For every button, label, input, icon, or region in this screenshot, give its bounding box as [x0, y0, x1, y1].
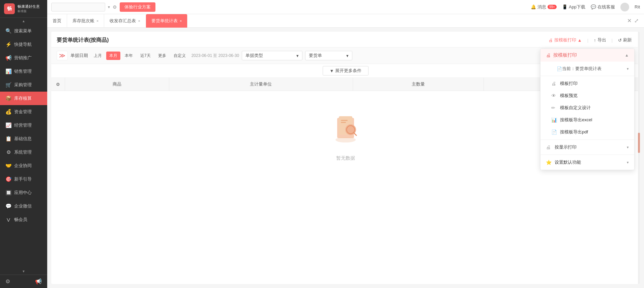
- dropdown-section-current: 📄 当前：要货单统计表 ▾: [540, 62, 634, 76]
- guide-icon: 🎯: [5, 176, 11, 182]
- marketing-icon: 📢: [5, 55, 11, 61]
- date-filter-label: 单据日期: [70, 53, 88, 59]
- sidebar-logo: 畅 畅康通好生意 标准版: [0, 0, 47, 18]
- sidebar-item-label-guide: 新手引导: [14, 176, 32, 182]
- th-quantity: 主数量: [353, 78, 484, 91]
- export-pdf-label: 按模板导出pdf: [560, 129, 588, 135]
- refresh-button[interactable]: ↺ 刷新: [615, 36, 635, 44]
- tab-order-stats[interactable]: 要货单统计表 ×: [146, 14, 187, 28]
- tab-expand-icon[interactable]: ⤢: [634, 18, 639, 24]
- export-excel-icon: 📊: [551, 117, 557, 123]
- app-download-label: App下载: [569, 4, 585, 10]
- dropdown-item-default-func[interactable]: ⭐ 设置默认功能 ▾: [540, 156, 634, 168]
- sidebar-item-enterprise[interactable]: 🤝 企业协同: [0, 159, 47, 172]
- sidebar-item-sales[interactable]: 📊 销售管理: [0, 65, 47, 78]
- system-icon: ⚙: [5, 149, 11, 155]
- default-func-arrow: ▾: [627, 160, 629, 165]
- sidebar-item-basicinfo[interactable]: 📋 基础信息: [0, 132, 47, 146]
- messages-item[interactable]: 🔔 消息 99+: [531, 4, 557, 10]
- dropdown-current-template[interactable]: 📄 当前：要货单统计表 ▾: [540, 63, 634, 74]
- topbar-search-input[interactable]: [51, 3, 105, 11]
- right-scrollbar[interactable]: [638, 32, 640, 284]
- sidebar-scroll-down[interactable]: ▼: [0, 268, 47, 275]
- dropdown-item-display-print[interactable]: 🖨 按显示打印 ▾: [540, 141, 634, 153]
- refresh-label: 刷新: [623, 37, 632, 43]
- sidebar-item-operations[interactable]: 📈 经营管理: [0, 119, 47, 132]
- tab-inventory-batch-close[interactable]: ×: [96, 19, 98, 23]
- corpwechat-icon: 💬: [5, 203, 11, 209]
- appcenter-icon: 🔲: [5, 190, 11, 196]
- sidebar-item-quicknav[interactable]: ⚡ 快捷导航: [0, 38, 47, 51]
- date-buttons: 上月 本月 本年 近7天 更多 自定义: [91, 52, 189, 60]
- app-badge: 标准版: [18, 9, 40, 13]
- dropdown-item-template-print[interactable]: 🖨 模板打印: [540, 77, 634, 90]
- filter-expand-toggle[interactable]: ≫: [57, 51, 68, 60]
- date-btn-more[interactable]: 更多: [155, 52, 169, 60]
- app-download-item[interactable]: 📱 App下载: [562, 4, 585, 10]
- sidebar: 畅 畅康通好生意 标准版 ▲ 🔍 搜索菜单 ⚡ 快捷导航 📢 营销推广 📊 销售…: [0, 0, 47, 288]
- date-btn-last-month[interactable]: 上月: [91, 52, 105, 60]
- sidebar-item-label-corpwechat: 企业微信: [14, 203, 32, 209]
- tab-receipt-summary[interactable]: 收发存汇总表 ×: [104, 14, 146, 28]
- date-range-text: 2023-06-01 至 2023-06-30: [192, 53, 239, 59]
- online-service-icon: 💬: [591, 4, 596, 9]
- dropdown-section-display: 🖨 按显示打印 ▾: [540, 140, 634, 155]
- trial-industry-button[interactable]: 体验行业方案: [120, 2, 155, 12]
- date-btn-this-year[interactable]: 本年: [122, 52, 136, 60]
- page-content: 要货单统计表(按商品) 🖨 按模板打印 ▲ | ↑ 导出 | ↺: [51, 32, 640, 284]
- tab-order-stats-label: 要货单统计表: [151, 18, 178, 24]
- tab-actions: ✕ ⤢: [627, 18, 639, 24]
- settings-icon[interactable]: ⚙: [5, 278, 10, 285]
- dropdown-collapse-arrow[interactable]: ▲: [625, 53, 629, 58]
- goods-filter-input[interactable]: 要货单 ▾: [305, 51, 352, 60]
- print-arrow-up-icon: ▲: [578, 38, 582, 43]
- svg-line-5: [354, 133, 356, 135]
- empty-text: 暂无数据: [336, 155, 355, 161]
- dropdown-item-template-design[interactable]: ✏ 模板自定义设计: [540, 102, 634, 114]
- enterprise-icon: 🤝: [5, 163, 11, 169]
- username-label[interactable]: Rit: [635, 4, 640, 9]
- sidebar-item-vip[interactable]: V 畅会员: [0, 213, 47, 226]
- date-btn-custom[interactable]: 自定义: [171, 52, 189, 60]
- dropdown-item-template-preview[interactable]: 👁 模板预览: [540, 90, 634, 102]
- th-setting[interactable]: ⚙: [51, 78, 65, 91]
- dropdown-item-export-excel[interactable]: 📊 按模板导出excel: [540, 114, 634, 126]
- tab-receipt-summary-close[interactable]: ×: [138, 19, 140, 23]
- dropdown-item-export-pdf[interactable]: 📄 按模板导出pdf: [540, 126, 634, 138]
- sidebar-scroll-up[interactable]: ▲: [0, 18, 47, 24]
- sidebar-item-purchase[interactable]: 🛒 采购管理: [0, 78, 47, 92]
- speaker-icon[interactable]: 📢: [35, 278, 42, 285]
- print-button[interactable]: 🖨 按模板打印 ▲: [546, 36, 585, 44]
- avatar[interactable]: [620, 3, 629, 11]
- date-btn-this-month[interactable]: 本月: [106, 52, 120, 60]
- topbar-gear-icon[interactable]: ⚙: [113, 4, 117, 10]
- display-print-icon: 🖨: [546, 145, 551, 150]
- tab-home[interactable]: 首页: [53, 14, 67, 28]
- template-design-label: 模板自定义设计: [560, 105, 591, 111]
- export-button[interactable]: ↑ 导出: [591, 36, 609, 44]
- sidebar-item-label-marketing: 营销推广: [14, 55, 32, 61]
- online-service-item[interactable]: 💬 在线客服: [591, 4, 615, 10]
- dropdown-title: 按模板打印: [553, 52, 577, 58]
- sidebar-item-finance[interactable]: 💰 资金管理: [0, 105, 47, 119]
- tab-close-icon[interactable]: ✕: [627, 18, 632, 24]
- sidebar-item-appcenter[interactable]: 🔲 应用中心: [0, 186, 47, 199]
- current-template-arrow: ▾: [627, 67, 629, 71]
- type-filter-select[interactable]: 单据类型 ▾: [242, 51, 302, 60]
- date-btn-last-7-days[interactable]: 近7天: [137, 52, 154, 60]
- dropdown-header[interactable]: 🖨 按模板打印 ▲: [540, 49, 634, 62]
- template-print-icon: 🖨: [551, 81, 557, 86]
- sidebar-item-guide[interactable]: 🎯 新手引导: [0, 172, 47, 186]
- export-label: 导出: [597, 37, 606, 43]
- tab-order-stats-close[interactable]: ×: [180, 19, 182, 23]
- sidebar-item-system[interactable]: ⚙ 系统管理: [0, 146, 47, 159]
- topbar-dropdown-arrow[interactable]: ▾: [108, 5, 110, 9]
- display-print-arrow: ▾: [627, 145, 629, 150]
- scrollbar-thumb: [638, 133, 640, 153]
- sidebar-item-marketing[interactable]: 📢 营销推广: [0, 51, 47, 65]
- tab-inventory-batch[interactable]: 库存批次账 ×: [67, 14, 104, 28]
- sidebar-item-search[interactable]: 🔍 搜索菜单: [0, 24, 47, 38]
- expand-more-button[interactable]: ▼ 展开更多条件: [323, 66, 369, 75]
- sidebar-item-corpwechat[interactable]: 💬 企业微信: [0, 199, 47, 213]
- sidebar-item-inventory[interactable]: 📦 库存核算: [0, 92, 47, 105]
